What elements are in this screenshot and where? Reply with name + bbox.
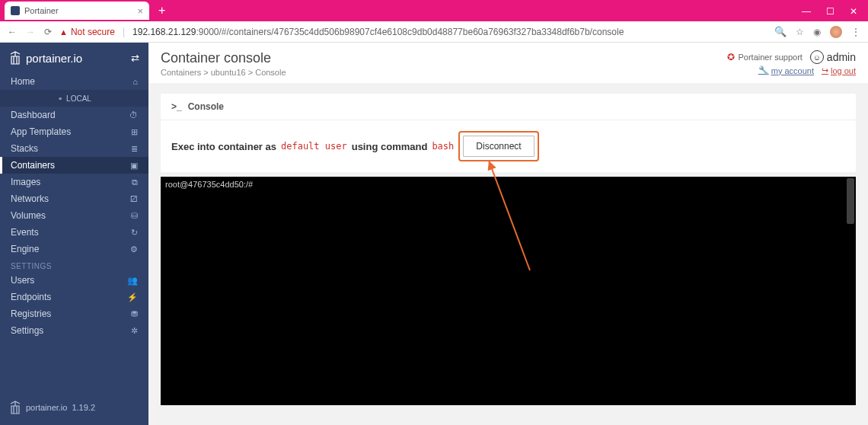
sidebar-item-label: Events bbox=[11, 227, 39, 238]
sidebar-item-home[interactable]: Home ⌂ bbox=[0, 73, 148, 90]
user-avatar-icon: ☺ bbox=[810, 50, 824, 64]
tab-favicon-icon bbox=[11, 6, 20, 15]
zoom-icon[interactable]: 🔍 bbox=[774, 26, 787, 37]
new-tab-button[interactable]: + bbox=[154, 4, 170, 18]
lifebuoy-icon: ✪ bbox=[727, 52, 735, 62]
sidebar-item-label: Settings bbox=[11, 325, 43, 336]
sidebar-item-label: Engine bbox=[11, 244, 39, 254]
sidebar-item-dashboard[interactable]: Dashboard ⏱ bbox=[0, 107, 148, 123]
sidebar-item-app-templates[interactable]: App Templates ⊞ bbox=[0, 123, 148, 140]
sidebar-item-containers[interactable]: Containers ▣ bbox=[0, 157, 148, 174]
logo-icon bbox=[9, 401, 21, 414]
breadcrumb-current: Console bbox=[255, 68, 286, 77]
sidebar-item-networks[interactable]: Networks ⚂ bbox=[0, 190, 148, 207]
exec-mid: using command bbox=[352, 141, 428, 152]
history-icon: ↻ bbox=[131, 228, 138, 238]
security-indicator[interactable]: ▲ Not secure bbox=[59, 27, 115, 37]
footer-brand: portainer.io bbox=[26, 403, 67, 412]
sidebar-item-label: Dashboard bbox=[11, 110, 56, 120]
browser-titlebar: Portainer × + — ☐ ✕ bbox=[0, 0, 868, 21]
home-icon: ⌂ bbox=[132, 77, 138, 86]
sidebar-logo[interactable]: portainer.io ⇄ bbox=[0, 43, 148, 73]
back-icon[interactable]: ← bbox=[8, 27, 17, 37]
annotation-highlight: Disconnect bbox=[458, 131, 538, 161]
tachometer-icon: ⏱ bbox=[129, 110, 138, 120]
minimize-icon[interactable]: — bbox=[802, 6, 811, 17]
sidebar: portainer.io ⇄ Home ⌂ ⚬ LOCAL Dashboard … bbox=[0, 43, 148, 425]
console-panel-header: >_ Console bbox=[161, 94, 856, 120]
terminal[interactable]: root@476735c4dd50:/# bbox=[161, 177, 856, 405]
sidebar-item-images[interactable]: Images ⧉ bbox=[0, 174, 148, 190]
tab-bar: Portainer × + bbox=[0, 0, 170, 21]
terminal-scrollbar[interactable] bbox=[847, 178, 854, 224]
sidebar-item-label: Stacks bbox=[11, 143, 38, 154]
profile-avatar-icon[interactable] bbox=[830, 26, 842, 38]
console-panel-body: Exec into container as default user usin… bbox=[161, 120, 856, 172]
maximize-icon[interactable]: ☐ bbox=[826, 6, 834, 17]
sidebar-item-engine[interactable]: Engine ⚙ bbox=[0, 241, 148, 257]
logout-link[interactable]: ↪ log out bbox=[822, 66, 856, 75]
sidebar-item-registries[interactable]: Registries ⛃ bbox=[0, 305, 148, 322]
logo-text: portainer.io bbox=[26, 52, 82, 65]
support-link[interactable]: ✪ Portainer support bbox=[727, 52, 802, 62]
url-input[interactable]: 192.168.21.129:9000/#/containers/476735c… bbox=[132, 27, 767, 37]
breadcrumb-link[interactable]: ubuntu16 bbox=[211, 68, 246, 77]
sidebar-item-label: App Templates bbox=[11, 126, 71, 137]
sidebar-item-endpoints[interactable]: Endpoints ⚡ bbox=[0, 289, 148, 305]
exec-prefix: Exec into container as bbox=[171, 141, 276, 152]
terminal-icon: >_ bbox=[171, 101, 182, 112]
sidebar-footer: portainer.io 1.19.2 bbox=[0, 390, 148, 425]
sidebar-settings-header: SETTINGS bbox=[0, 257, 148, 272]
sidebar-toggle-icon[interactable]: ⇄ bbox=[131, 53, 139, 64]
plug-icon: ⚬ bbox=[57, 94, 63, 103]
warning-icon: ▲ bbox=[59, 27, 68, 37]
app-root: portainer.io ⇄ Home ⌂ ⚬ LOCAL Dashboard … bbox=[0, 43, 868, 425]
forward-icon[interactable]: → bbox=[26, 27, 35, 37]
database-icon: ⛃ bbox=[131, 309, 138, 319]
sidebar-item-settings[interactable]: Settings ✲ bbox=[0, 322, 148, 339]
console-panel-title: Console bbox=[188, 101, 224, 112]
reload-icon[interactable]: ⟳ bbox=[44, 27, 52, 37]
close-window-icon[interactable]: ✕ bbox=[850, 6, 857, 17]
my-account-link[interactable]: 🔧 my account bbox=[758, 66, 814, 75]
tab-title: Portainer bbox=[24, 6, 59, 15]
bookmark-icon[interactable]: ☆ bbox=[796, 27, 804, 37]
menu-icon[interactable]: ⋮ bbox=[851, 27, 860, 37]
sidebar-item-label: Networks bbox=[11, 193, 49, 204]
page-header: Container console Containers > ubuntu16 … bbox=[148, 43, 868, 83]
sidebar-item-label: Users bbox=[11, 275, 34, 286]
page-title: Container console bbox=[161, 50, 720, 66]
users-icon: 👥 bbox=[127, 276, 138, 286]
sidebar-item-label: Images bbox=[11, 177, 40, 187]
plug-icon: ⚡ bbox=[127, 292, 138, 302]
extension-icon[interactable]: ◉ bbox=[813, 27, 821, 37]
sidebar-item-users[interactable]: Users 👥 bbox=[0, 272, 148, 289]
url-separator: | bbox=[123, 27, 125, 37]
logout-icon: ↪ bbox=[822, 66, 828, 75]
hdd-icon: ⛁ bbox=[131, 211, 138, 221]
user-chip[interactable]: ☺ admin bbox=[810, 50, 856, 64]
sidebar-item-label: Volumes bbox=[11, 210, 46, 221]
breadcrumb: Containers > ubuntu16 > Console bbox=[161, 68, 720, 77]
nav-arrows: ← → ⟳ bbox=[8, 27, 52, 37]
sidebar-item-label: Containers bbox=[11, 160, 55, 171]
console-panel: >_ Console Exec into container as defaul… bbox=[161, 94, 856, 172]
url-bar: ← → ⟳ ▲ Not secure | 192.168.21.129:9000… bbox=[0, 21, 868, 43]
browser-tab[interactable]: Portainer × bbox=[5, 2, 149, 20]
sidebar-item-events[interactable]: Events ↻ bbox=[0, 224, 148, 241]
tab-close-icon[interactable]: × bbox=[137, 5, 143, 17]
sidebar-item-stacks[interactable]: Stacks ≣ bbox=[0, 140, 148, 157]
terminal-prompt: root@476735c4dd50:/# bbox=[165, 180, 253, 189]
sidebar-section-local: ⚬ LOCAL bbox=[0, 90, 148, 107]
breadcrumb-link[interactable]: Containers bbox=[161, 68, 201, 77]
sidebar-item-volumes[interactable]: Volumes ⛁ bbox=[0, 207, 148, 224]
gears-icon: ⚙ bbox=[130, 244, 138, 254]
sidebar-item-label: Home bbox=[11, 76, 35, 87]
box-icon: ▣ bbox=[130, 161, 138, 171]
logo-icon bbox=[9, 51, 21, 65]
url-toolbar-right: 🔍 ☆ ◉ ⋮ bbox=[774, 26, 860, 38]
disconnect-button[interactable]: Disconnect bbox=[463, 136, 534, 157]
cogs-icon: ✲ bbox=[131, 326, 138, 336]
exec-cmd: bash bbox=[432, 141, 454, 152]
wrench-icon: 🔧 bbox=[758, 66, 769, 75]
